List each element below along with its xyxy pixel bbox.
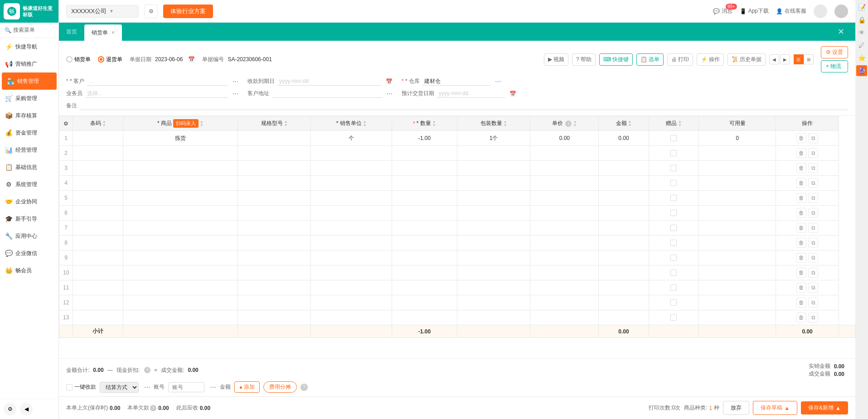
table-settings-icon[interactable]: ⚙ (63, 120, 68, 127)
history-button[interactable]: 📜 历史单据 (727, 53, 766, 66)
gift-checkbox[interactable] (670, 195, 677, 201)
copy-row-1[interactable]: ⧉ (808, 133, 818, 143)
app-download-button[interactable]: 📱 App下载 (740, 7, 769, 15)
expected-date-input[interactable] (437, 89, 505, 98)
scan-button[interactable]: 扫码录入 (173, 119, 199, 128)
sidebar-item-marketing[interactable]: 📢 营销推广 (0, 55, 58, 72)
discard-button[interactable]: 放弃 (723, 401, 749, 415)
gift-checkbox[interactable] (670, 284, 677, 291)
delete-row[interactable]: 🗑 (796, 238, 806, 248)
grid-view-button[interactable]: ⊞ (804, 54, 814, 64)
sidebar-item-sales[interactable]: 🏪 销售管理 (2, 72, 57, 90)
delete-row[interactable]: 🗑 (796, 283, 806, 293)
delete-row[interactable]: 🗑 (796, 148, 806, 158)
gift-checkbox[interactable] (670, 180, 677, 186)
next-arrow[interactable]: ▶ (780, 54, 790, 64)
due-date-calendar-icon[interactable]: 📅 (386, 78, 393, 85)
one-click-pay-check[interactable] (66, 384, 73, 390)
shortcut-button[interactable]: ⌨ 快捷键 (599, 53, 633, 66)
delete-row[interactable]: 🗑 (796, 208, 806, 218)
list-view-button[interactable]: ☰ (794, 54, 804, 64)
warehouse-more-icon[interactable]: ··· (495, 77, 501, 86)
gift-checkbox[interactable] (670, 150, 677, 156)
settings-button[interactable]: ⚙ ⚙ 设置设置 (821, 46, 848, 58)
sidebar-item-purchase[interactable]: 🛒 采购管理 (0, 90, 58, 107)
unit-1[interactable]: 个 (311, 131, 392, 146)
sidebar-item-inventory[interactable]: 📦 库存核算 (0, 107, 58, 124)
delete-row[interactable]: 🗑 (796, 268, 806, 278)
copy-row[interactable]: ⧉ (808, 223, 818, 233)
account-input[interactable] (168, 382, 204, 392)
save-draft-button[interactable]: 保存草稿 ▲ (753, 401, 797, 415)
expense-split-button[interactable]: 费用分摊 (263, 381, 297, 393)
sidebar-item-operations[interactable]: 📊 经营管理 (0, 141, 58, 159)
salesperson-input[interactable] (85, 89, 228, 98)
right-panel-icon-2[interactable]: 🔒 (856, 14, 867, 25)
expense-help-icon[interactable]: ? (301, 384, 308, 391)
gift-checkbox[interactable] (670, 270, 677, 276)
sidebar-item-enterprise[interactable]: 🤝 企业协同 (0, 193, 58, 210)
copy-row[interactable]: ⧉ (808, 313, 818, 323)
right-panel-icon-1[interactable]: 📝 (856, 2, 867, 13)
debt-info-icon[interactable]: ? (150, 405, 156, 411)
right-panel-icon-5[interactable]: ⭐ (856, 53, 867, 63)
addr-more-icon[interactable]: ··· (387, 90, 393, 98)
message-button[interactable]: 💬 消息 99+ (713, 7, 732, 15)
delete-row[interactable]: 🗑 (796, 193, 806, 203)
gift-checkbox[interactable] (670, 240, 677, 246)
customer-addr-input[interactable] (272, 89, 382, 98)
delete-row[interactable]: 🗑 (796, 163, 806, 173)
settlement-method-select[interactable]: 结算方式 (100, 382, 139, 393)
sidebar-item-wechat[interactable]: 💬 企业微信 (0, 245, 58, 262)
sidebar-item-apps[interactable]: 🔧 应用中心 (0, 227, 58, 245)
sidebar-item-basics[interactable]: 📋 基础信息 (0, 159, 58, 176)
pkg-qty-1[interactable]: 1个 (457, 131, 530, 146)
gift-checkbox[interactable] (670, 314, 677, 321)
gift-checkbox[interactable] (670, 225, 677, 231)
company-selector[interactable]: XXXXXX公司 ▼ (66, 5, 139, 18)
copy-row[interactable]: ⧉ (808, 148, 818, 158)
video-button[interactable]: ▶ 视频 (544, 53, 568, 66)
gift-1[interactable] (649, 131, 698, 146)
sidebar-item-finance[interactable]: 💰 资金管理 (0, 124, 58, 141)
tab-sales-order[interactable]: 销货单 × (84, 24, 122, 41)
sidebar-settings-icon[interactable]: ⚙ (4, 403, 16, 415)
select-order-button[interactable]: 📋 选单 (636, 53, 664, 66)
delete-row[interactable]: 🗑 (796, 253, 806, 263)
delete-row-1[interactable]: 🗑 (796, 133, 806, 143)
gift-checkbox-1[interactable] (670, 135, 677, 141)
copy-row[interactable]: ⧉ (808, 298, 818, 308)
sidebar-item-member[interactable]: 👑 畅会员 (0, 262, 58, 279)
copy-row[interactable]: ⧉ (808, 268, 818, 278)
prev-arrow[interactable]: ◀ (769, 54, 779, 64)
copy-row[interactable]: ⧉ (808, 208, 818, 218)
spec-1[interactable] (238, 131, 311, 146)
salesperson-more-icon[interactable]: ··· (233, 90, 238, 98)
one-click-pay-checkbox[interactable]: 一键收款 (66, 383, 96, 391)
tab-bar-close-icon[interactable]: ✕ (838, 27, 844, 37)
expected-date-calendar-icon[interactable]: 📅 (509, 91, 516, 97)
customer-input[interactable] (87, 77, 228, 86)
return-order-radio[interactable]: 退货单 (98, 56, 122, 63)
sidebar-item-guide[interactable]: 🎓 新手引导 (0, 210, 58, 227)
date-calendar-icon[interactable]: 📅 (188, 56, 195, 63)
qty-1[interactable]: -1.00 (392, 131, 457, 146)
save-new-button[interactable]: 保存&新增 ▲ (801, 401, 848, 414)
settlement-more-icon[interactable]: ··· (144, 383, 150, 391)
due-date-input[interactable] (277, 77, 381, 86)
price-info-icon[interactable]: i (565, 120, 572, 127)
copy-row[interactable]: ⧉ (808, 253, 818, 263)
sales-order-radio[interactable]: 销货单 (66, 56, 91, 63)
price-1[interactable]: 0.00 (530, 131, 599, 146)
copy-row[interactable]: ⧉ (808, 238, 818, 248)
barcode-1[interactable] (73, 131, 123, 146)
delete-row[interactable]: 🗑 (796, 298, 806, 308)
copy-row[interactable]: ⧉ (808, 178, 818, 188)
product-1[interactable]: 拣货 (123, 131, 238, 146)
right-panel-icon-6[interactable]: 🔮 (856, 65, 867, 76)
warehouse-input[interactable] (422, 77, 490, 86)
account-more-icon[interactable]: ··· (210, 383, 216, 391)
sidebar-item-system[interactable]: ⚙ 系统管理 (0, 176, 58, 193)
copy-row[interactable]: ⧉ (808, 163, 818, 173)
tab-home[interactable]: 首页 (59, 23, 84, 41)
